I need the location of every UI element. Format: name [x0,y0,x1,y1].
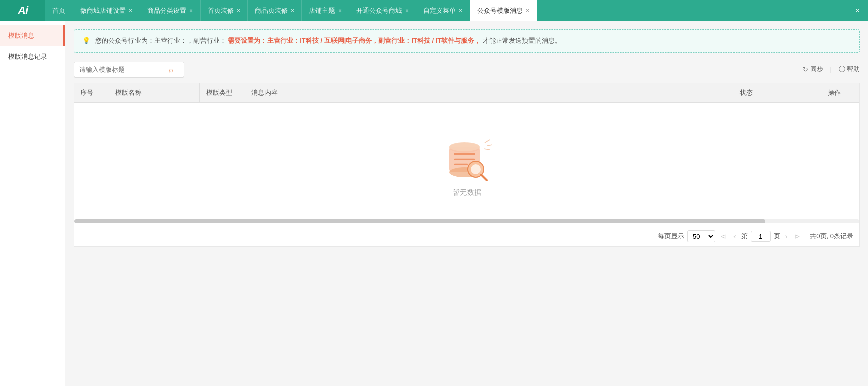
tab-close-shop-settings[interactable]: × [129,7,132,14]
tab-open-mall[interactable]: 开通公众号商城 × [349,0,416,21]
content-area: 💡 您的公众号行业为：主营行业：，副营行业： 需要设置为：主营行业：IT科技 /… [65,21,868,386]
search-button[interactable]: ⌕ [165,62,177,77]
tab-list: 首页 微商城店铺设置 × 商品分类设置 × 首页装修 × 商品页装修 × 店铺主… [45,0,847,21]
first-page-button[interactable]: ⊲ [718,231,728,241]
tab-custom-menu[interactable]: 自定义菜单 × [416,0,470,21]
th-seq: 序号 [74,83,109,102]
th-type: 模版类型 [200,83,245,102]
last-page-button[interactable]: ⊳ [792,231,803,241]
prev-page-button[interactable]: ‹ [731,231,738,241]
tab-shop-theme[interactable]: 店铺主题 × [302,0,349,21]
tab-close-home-decor[interactable]: × [237,7,240,14]
tab-close-template-msg[interactable]: × [526,7,529,14]
app-logo: Ai [0,0,45,21]
tab-close-product-decor[interactable]: × [291,7,294,14]
search-icon: ⌕ [169,65,173,74]
tab-shop-settings[interactable]: 微商城店铺设置 × [73,0,140,21]
data-table: 序号 模版名称 模版类型 消息内容 状态 操作 [74,83,860,247]
tab-template-msg[interactable]: 公众号模版消息 × [470,0,537,21]
search-bar: ⌕ ↻ 同步 | ⓘ 帮助 [74,62,860,78]
notice-box: 💡 您的公众号行业为：主营行业：，副营行业： 需要设置为：主营行业：IT科技 /… [74,29,860,53]
topbar-close-button[interactable]: × [847,0,868,21]
topbar: Ai 首页 微商城店铺设置 × 商品分类设置 × 首页装修 × 商品页装修 × … [0,0,868,21]
tab-home[interactable]: 首页 [45,0,73,21]
th-action: 操作 [809,83,859,102]
help-icon: ⓘ [839,65,845,74]
th-content: 消息内容 [245,83,733,102]
svg-point-8 [471,164,481,174]
table-header: 序号 模版名称 模版类型 消息内容 状态 操作 [74,83,859,103]
tab-category-settings[interactable]: 商品分类设置 × [140,0,201,21]
page-number-input[interactable] [751,231,771,242]
tab-close-custom-menu[interactable]: × [459,7,462,14]
empty-state: 暂无数据 [74,103,859,217]
horizontal-scrollbar[interactable] [74,219,859,223]
search-field-container: ⌕ [74,62,184,78]
sidebar-item-template-msg[interactable]: 模版消息 [0,25,65,46]
svg-line-12 [484,149,490,150]
notice-icon: 💡 [82,37,90,44]
tab-close-open-mall[interactable]: × [405,7,409,14]
sidebar-item-template-records[interactable]: 模版消息记录 [0,46,65,67]
svg-line-9 [481,175,487,180]
toolbar-divider: | [830,66,832,73]
tab-home-decor[interactable]: 首页装修 × [201,0,248,21]
tab-close-shop-theme[interactable]: × [338,7,342,14]
tab-close-category-settings[interactable]: × [189,7,193,14]
pagination: 每页显示 50 10 20 100 ⊲ ‹ 第 页 › ⊳ 共0页, 0条记录 [74,225,859,246]
svg-line-10 [485,140,490,143]
toolbar-right: ↻ 同步 | ⓘ 帮助 [803,65,860,74]
page-size-select[interactable]: 50 10 20 100 [687,230,715,242]
empty-text: 暂无数据 [453,188,481,197]
th-name: 模版名称 [109,83,200,102]
sync-button[interactable]: ↻ 同步 [803,65,823,74]
empty-illustration [439,133,495,188]
help-button[interactable]: ⓘ 帮助 [839,65,860,74]
svg-point-3 [449,142,480,151]
sidebar: 模版消息 模版消息记录 [0,21,65,386]
main-layout: 模版消息 模版消息记录 💡 您的公众号行业为：主营行业：，副营行业： 需要设置为… [0,21,868,386]
next-page-button[interactable]: › [783,231,790,241]
sync-icon: ↻ [803,66,808,73]
tab-product-decor[interactable]: 商品页装修 × [248,0,302,21]
svg-line-11 [487,145,492,146]
th-status: 状态 [733,83,809,102]
search-input[interactable] [74,63,165,76]
scroll-thumb [74,219,765,223]
